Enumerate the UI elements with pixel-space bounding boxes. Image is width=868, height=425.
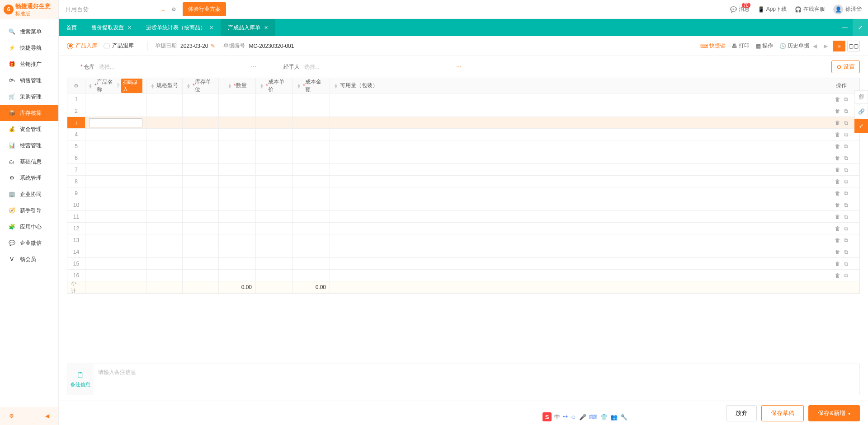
view-list-button[interactable]: ≡ (833, 41, 845, 51)
delete-row-icon[interactable]: 🗑 (835, 214, 840, 220)
messages-link[interactable]: 💬 消息 70 (730, 5, 750, 13)
table-row[interactable]: 7🗑⧉ (67, 164, 859, 176)
delete-row-icon[interactable]: 🗑 (835, 272, 840, 279)
delete-row-icon[interactable]: 🗑 (835, 108, 840, 114)
table-row[interactable]: +🗑⧉ (67, 117, 859, 129)
delete-row-icon[interactable]: 🗑 (835, 237, 840, 243)
table-row[interactable]: 6🗑⧉ (67, 152, 859, 164)
sort-icon[interactable]: ▲▼ (88, 84, 93, 88)
doc-date-value[interactable]: 2023-03-20 (180, 43, 208, 49)
tab-minimize[interactable]: — (837, 19, 853, 36)
sidebar-item-4[interactable]: 🛒采购管理 (0, 89, 58, 105)
table-row[interactable]: 4🗑⧉ (67, 129, 859, 140)
sort-icon[interactable]: ▲▼ (151, 84, 155, 88)
table-row[interactable]: 1🗑⧉ (67, 93, 859, 105)
delete-row-icon[interactable]: 🗑 (835, 120, 840, 126)
delete-row-icon[interactable]: 🗑 (835, 155, 840, 161)
help-icon[interactable]: ? (117, 83, 120, 89)
trial-button[interactable]: 体验行业方案 (183, 2, 226, 16)
table-row[interactable]: 11🗑⧉ (67, 211, 859, 223)
online-service-link[interactable]: 🎧 在线客服 (795, 5, 825, 13)
table-row[interactable]: 13🗑⧉ (67, 234, 859, 246)
collapse-icon[interactable]: ◀ (45, 413, 49, 419)
remark-tab[interactable]: 🗒 备注信息 (67, 364, 94, 395)
table-row[interactable]: 8🗑⧉ (67, 176, 859, 187)
sidebar-item-0[interactable]: 🔍搜索菜单 (0, 23, 58, 40)
shortcut-link[interactable]: ⌨快捷键 (700, 42, 726, 50)
copy-row-icon[interactable]: ⧉ (844, 178, 848, 185)
sort-icon[interactable]: ▲▼ (334, 84, 338, 88)
save-new-button[interactable]: 保存&新增▾ (808, 405, 860, 421)
radio-product-out[interactable]: 产品退库 (104, 42, 134, 50)
history-link[interactable]: 🕓历史单据 (779, 42, 809, 50)
table-row[interactable]: 15🗑⧉ (67, 258, 859, 270)
delete-row-icon[interactable]: 🗑 (835, 178, 840, 185)
tab-expand[interactable]: ⤢ (853, 19, 868, 36)
copy-row-icon[interactable]: ⧉ (844, 143, 848, 149)
sidebar-item-6[interactable]: 💰资金管理 (0, 121, 58, 137)
delete-row-icon[interactable]: 🗑 (835, 261, 840, 267)
rail-note-icon[interactable]: 🗐 (854, 90, 868, 104)
copy-row-icon[interactable]: ⧉ (844, 214, 848, 220)
delete-row-icon[interactable]: 🗑 (835, 225, 840, 232)
next-doc-icon[interactable]: ▶ (820, 43, 831, 49)
delete-row-icon[interactable]: 🗑 (835, 190, 840, 196)
tab-0[interactable]: 首页 (59, 19, 84, 36)
handler-more-icon[interactable]: ⋯ (456, 64, 462, 70)
product-name-input[interactable] (89, 118, 142, 127)
sort-icon[interactable]: ▲▼ (259, 84, 264, 88)
rail-link-icon[interactable]: 🔗 (854, 105, 868, 118)
sidebar-item-7[interactable]: 📊经营管理 (0, 137, 58, 154)
sort-icon[interactable]: ▲▼ (186, 84, 191, 88)
copy-row-icon[interactable]: ⧉ (844, 202, 848, 208)
copy-row-icon[interactable]: ⧉ (844, 237, 848, 243)
remark-input[interactable] (94, 364, 859, 395)
user-menu[interactable]: 👤 徐泽华 (833, 5, 862, 14)
copy-row-icon[interactable]: ⧉ (844, 96, 848, 103)
view-card-button[interactable]: ▢▢ (847, 41, 860, 51)
table-row[interactable]: 14🗑⧉ (67, 246, 859, 258)
discard-button[interactable]: 放弃 (726, 405, 757, 421)
close-icon[interactable]: ✕ (127, 25, 132, 31)
copy-row-icon[interactable]: ⧉ (844, 261, 848, 267)
sidebar-item-10[interactable]: 🏢企业协同 (0, 186, 58, 202)
sidebar-item-2[interactable]: 🎁营销推广 (0, 56, 58, 72)
sidebar-item-5[interactable]: 📦库存核算 (0, 105, 58, 121)
tab-1[interactable]: 售价提取设置✕ (84, 19, 139, 36)
sort-icon[interactable]: ▲▼ (227, 84, 232, 88)
handler-input[interactable] (304, 62, 453, 72)
sort-icon[interactable]: ▲▼ (297, 84, 301, 88)
delete-row-icon[interactable]: 🗑 (835, 96, 840, 103)
sidebar-item-14[interactable]: Ⅴ畅会员 (0, 251, 58, 267)
warehouse-more-icon[interactable]: ⋯ (251, 64, 256, 70)
tab-3[interactable]: 产成品入库单✕ (221, 19, 275, 36)
app-download-link[interactable]: 📱 App下载 (758, 5, 787, 13)
sidebar-item-9[interactable]: ⚙系统管理 (0, 170, 58, 186)
rail-expand-icon[interactable]: ⤢ (854, 119, 868, 133)
copy-row-icon[interactable]: ⧉ (844, 272, 848, 279)
sidebar-item-3[interactable]: 🛍销售管理 (0, 72, 58, 89)
shop-selector[interactable]: 日用百货 ⌄ (65, 5, 166, 14)
gear-icon[interactable]: ⚙ (74, 83, 79, 89)
copy-row-icon[interactable]: ⧉ (844, 249, 848, 255)
table-row[interactable]: 10🗑⧉ (67, 199, 859, 211)
prev-doc-icon[interactable]: ◀ (809, 43, 820, 49)
table-row[interactable]: 12🗑⧉ (67, 223, 859, 234)
copy-row-icon[interactable]: ⧉ (844, 190, 848, 196)
delete-row-icon[interactable]: 🗑 (835, 131, 840, 138)
sidebar-item-13[interactable]: 💬企业微信 (0, 235, 58, 251)
scan-entry-button[interactable]: 扫码录入 (121, 79, 142, 93)
sidebar-item-11[interactable]: 🧭新手引导 (0, 202, 58, 219)
table-row[interactable]: 5🗑⧉ (67, 140, 859, 152)
table-row[interactable]: 16🗑⧉ (67, 270, 859, 281)
operate-link[interactable]: ▦操作 (756, 42, 773, 50)
copy-row-icon[interactable]: ⧉ (844, 167, 848, 173)
settings-button[interactable]: ⚙设置 (831, 61, 860, 73)
brand-logo[interactable]: 6 畅捷通好生意 标准版 (0, 0, 58, 19)
close-icon[interactable]: ✕ (264, 25, 268, 31)
sidebar-item-12[interactable]: 🧩应用中心 (0, 219, 58, 235)
edit-date-icon[interactable]: ✎ (211, 43, 215, 49)
copy-row-icon[interactable]: ⧉ (844, 120, 848, 126)
delete-row-icon[interactable]: 🗑 (835, 143, 840, 149)
delete-row-icon[interactable]: 🗑 (835, 167, 840, 173)
